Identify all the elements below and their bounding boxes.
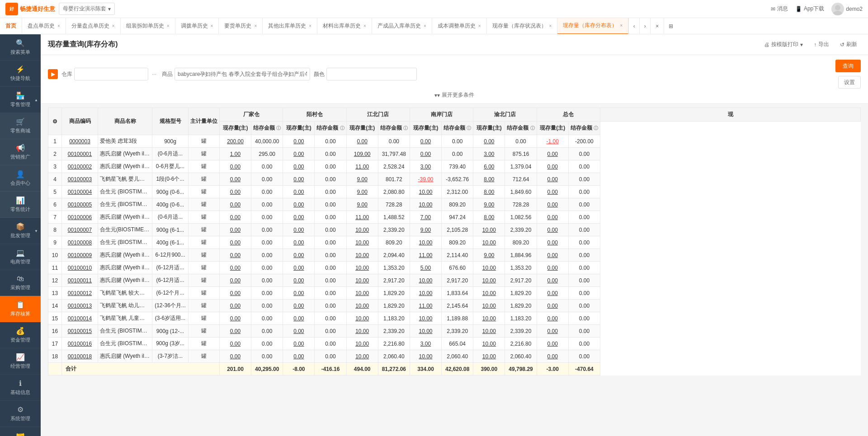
qty-link[interactable]: 0.00 — [230, 328, 241, 334]
qty-link[interactable]: 0.00 — [547, 328, 558, 334]
qty-link[interactable]: 0.00 — [230, 189, 241, 195]
qty-link[interactable]: 10.00 — [419, 239, 433, 246]
qty-link[interactable]: 0.00 — [547, 202, 558, 208]
tab-cbtz[interactable]: 成本调整单历史 × — [432, 18, 487, 34]
qty-link[interactable]: 0.00 — [547, 164, 558, 170]
code-link[interactable]: 00100010 — [68, 265, 92, 271]
close-icon[interactable]: × — [57, 23, 60, 28]
qty-link[interactable]: 0.00 — [230, 164, 241, 170]
qty-link[interactable]: 109.00 — [354, 151, 371, 157]
qty-link[interactable]: 10.00 — [355, 328, 369, 334]
qty-link[interactable]: 9.00 — [484, 252, 494, 258]
qty-link[interactable]: 9.00 — [357, 176, 368, 183]
close-icon[interactable]: × — [309, 23, 311, 28]
qty-link[interactable]: 0.00 — [293, 138, 304, 145]
qty-link[interactable]: 0.00 — [547, 353, 558, 360]
tab-flpdls[interactable]: 分量盘点单历史 × — [66, 18, 121, 34]
qty-link[interactable]: 0.00 — [230, 303, 241, 309]
qty-link[interactable]: 7.00 — [420, 214, 431, 220]
qty-link[interactable]: 10.00 — [419, 202, 433, 208]
close-icon[interactable]: × — [112, 23, 115, 28]
qty-link[interactable]: 0.00 — [547, 176, 558, 183]
qty-link[interactable]: 200.00 — [227, 138, 244, 145]
qty-link[interactable]: 3.00 — [420, 341, 431, 347]
qty-link[interactable]: 8.00 — [484, 214, 494, 220]
qty-link[interactable]: 10.00 — [482, 227, 496, 233]
code-link[interactable]: 00100005 — [68, 202, 92, 208]
qty-link[interactable]: 0.00 — [230, 290, 241, 296]
qty-link[interactable]: 0.00 — [230, 239, 241, 246]
qty-link[interactable]: 0.00 — [293, 353, 304, 360]
qty-link[interactable]: 0.00 — [293, 252, 304, 258]
qty-link[interactable]: 9.00 — [357, 189, 368, 195]
nav-expand[interactable]: ⊞ — [664, 18, 677, 34]
qty-link[interactable]: 10.00 — [482, 315, 496, 322]
qty-link[interactable]: 10.00 — [419, 328, 433, 334]
print-button[interactable]: 🖨 按模版打印 ▾ — [760, 39, 807, 50]
qty-link[interactable]: 0.00 — [230, 353, 241, 360]
qty-link[interactable]: 0.00 — [230, 315, 241, 322]
user-area[interactable]: demo2 — [831, 3, 863, 15]
qty-link[interactable]: 0.00 — [547, 341, 558, 347]
query-button[interactable]: 查询 — [835, 60, 861, 72]
qty-link[interactable]: 0.00 — [547, 303, 558, 309]
qty-link[interactable]: 10.00 — [419, 290, 433, 296]
qty-link[interactable]: 0.00 — [293, 265, 304, 271]
qty-link[interactable]: 0.00 — [293, 227, 304, 233]
qty-link[interactable]: 0.00 — [230, 227, 241, 233]
sidebar-item-collab[interactable]: 🤝 企业协同 — [0, 427, 41, 436]
tab-home[interactable]: 首页 — [0, 18, 22, 34]
qty-link[interactable]: 0.00 — [293, 341, 304, 347]
table-wrapper[interactable]: ⚙ 商品编码 商品名称 规格型号 主计量单位 厂家仓 陌村仓 江北门店 南岸门店… — [41, 104, 868, 436]
qty-link[interactable]: 10.00 — [482, 277, 496, 284]
qty-link[interactable]: 0.00 — [293, 151, 304, 157]
qty-link[interactable]: 0.00 — [547, 239, 558, 246]
tab-xclfb[interactable]: 现存量（库存分布表） × — [557, 18, 628, 34]
qty-link[interactable]: 10.00 — [419, 189, 433, 195]
code-link[interactable]: 00100013 — [68, 303, 92, 309]
qty-link[interactable]: 11.00 — [355, 164, 369, 170]
sidebar-item-retail-stat[interactable]: 📊 零售统计 — [0, 192, 41, 218]
nav-close-all[interactable]: × — [650, 18, 664, 34]
color-input[interactable] — [326, 68, 417, 80]
qty-link[interactable]: 0.00 — [547, 277, 558, 284]
warehouse-input[interactable] — [74, 68, 148, 80]
code-link[interactable]: 00100004 — [68, 189, 92, 195]
code-link[interactable]: 00100007 — [68, 227, 92, 233]
sidebar-item-retail[interactable]: 🏪 零售管理 ▲ — [0, 87, 41, 113]
qty-link[interactable]: -39.00 — [418, 176, 434, 183]
code-link[interactable]: 0000003 — [69, 138, 90, 145]
qty-link[interactable]: 3.00 — [484, 151, 494, 157]
tab-zzls[interactable]: 组装拆卸单历史 × — [121, 18, 175, 34]
export-button[interactable]: ↑ 导出 — [810, 39, 833, 50]
qty-link[interactable]: 9.00 — [484, 202, 494, 208]
code-link[interactable]: 00100012 — [68, 290, 92, 296]
qty-link[interactable]: 10.00 — [355, 315, 369, 322]
close-icon[interactable]: × — [549, 23, 552, 28]
qty-link[interactable]: 10.00 — [355, 239, 369, 246]
setting-button[interactable]: 设置 — [838, 76, 861, 89]
close-icon[interactable]: × — [254, 23, 257, 28]
qty-link[interactable]: 3.00 — [420, 164, 431, 170]
code-link[interactable]: 00100003 — [68, 176, 92, 183]
qty-link[interactable]: 10.00 — [482, 303, 496, 309]
qty-link[interactable]: 10.00 — [482, 341, 496, 347]
qty-link[interactable]: 9.00 — [357, 202, 368, 208]
qty-link[interactable]: 0.00 — [230, 265, 241, 271]
qty-link[interactable]: 0.00 — [293, 303, 304, 309]
qty-link[interactable]: 11.00 — [419, 303, 433, 309]
sidebar-item-inventory[interactable]: 📋 库存核算 — [0, 296, 41, 322]
product-input[interactable] — [175, 68, 310, 80]
qty-link[interactable]: 6.00 — [484, 164, 494, 170]
qty-link[interactable]: 0.00 — [293, 189, 304, 195]
qty-link[interactable]: 0.00 — [547, 214, 558, 220]
sidebar-item-purchase[interactable]: 🛍 采购管理 — [0, 270, 41, 296]
qty-link[interactable]: 10.00 — [355, 252, 369, 258]
qty-link[interactable]: 10.00 — [482, 265, 496, 271]
nav-next-arrow[interactable]: › — [639, 18, 650, 34]
tab-tbls[interactable]: 调拨单历史 × — [175, 18, 219, 34]
refresh-button[interactable]: ↺ 刷新 — [836, 39, 861, 50]
qty-link[interactable]: 9.00 — [420, 227, 431, 233]
qty-link[interactable]: 0.00 — [293, 202, 304, 208]
qty-link[interactable]: 0.00 — [230, 252, 241, 258]
